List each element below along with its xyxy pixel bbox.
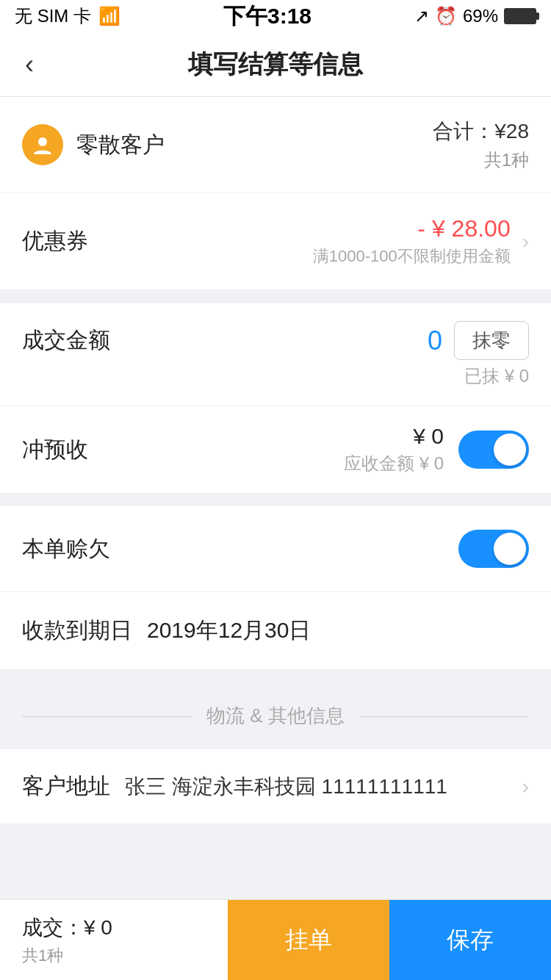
debt-toggle[interactable] [458, 530, 529, 568]
amount-right: 0 抹零 [428, 321, 529, 360]
precollect-toggle[interactable] [458, 430, 529, 469]
alarm-icon: ⏰ [435, 6, 457, 26]
section-divider-2 [0, 493, 551, 506]
coupon-row[interactable]: 优惠券 - ¥ 28.00 满1000-100不限制使用金额 › [0, 193, 551, 290]
coupon-discount: - ¥ 28.00 [313, 215, 511, 242]
precollect-values: ¥ 0 应收金额 ¥ 0 [344, 424, 444, 475]
page-title: 填写结算等信息 [188, 48, 363, 82]
transaction-section: 成交金额 0 抹零 已抹 ¥ 0 冲预收 ¥ 0 应收金额 ¥ 0 [0, 303, 551, 493]
amount-row: 成交金额 0 抹零 已抹 ¥ 0 [0, 303, 551, 406]
due-date-row[interactable]: 收款到期日 2019年12月30日 [0, 591, 551, 669]
nav-bar: ‹ 填写结算等信息 [0, 32, 551, 97]
bottom-transaction: 成交：¥ 0 [22, 914, 206, 942]
customer-row[interactable]: 零散客户 合计：¥28 共1种 [0, 97, 551, 193]
customer-count: 共1种 [433, 148, 529, 172]
customer-right: 合计：¥28 共1种 [433, 118, 529, 172]
coupon-value-block: - ¥ 28.00 满1000-100不限制使用金额 [313, 215, 511, 267]
debt-section: 本单赊欠 收款到期日 2019年12月30日 [0, 506, 551, 669]
address-chevron-icon: › [522, 775, 529, 799]
address-section: 客户地址 张三 海淀永丰科技园 11111111111 › [0, 749, 551, 824]
svg-point-0 [38, 137, 47, 146]
bottom-transaction-label: 成交： [22, 916, 84, 939]
debt-toggle-knob [494, 533, 526, 565]
precollect-right: ¥ 0 应收金额 ¥ 0 [344, 424, 529, 475]
bottom-bar: 成交：¥ 0 共1种 挂单 保存 [0, 899, 551, 980]
bottom-info: 成交：¥ 0 共1种 [0, 900, 228, 980]
due-date-value: 2019年12月30日 [147, 616, 311, 646]
coupon-section: 优惠券 - ¥ 28.00 满1000-100不限制使用金额 › [0, 193, 551, 290]
address-value: 张三 海淀永丰科技园 11111111111 [125, 773, 515, 801]
hang-button[interactable]: 挂单 [228, 900, 389, 980]
amount-sub: 已抹 ¥ 0 [22, 364, 529, 388]
customer-left: 零散客户 [22, 124, 165, 165]
section-divider-3 [0, 669, 551, 682]
precollect-sub-text: 应收金额 ¥ 0 [344, 452, 444, 475]
logistics-label: 物流 & 其他信息 [192, 703, 359, 729]
customer-name: 零散客户 [76, 130, 165, 160]
section-divider-1 [0, 290, 551, 303]
amount-label: 成交金额 [22, 325, 110, 356]
bottom-transaction-value: ¥ 0 [84, 916, 112, 939]
debt-row: 本单赊欠 [0, 506, 551, 591]
amount-value: 0 [428, 325, 442, 356]
customer-total: 合计：¥28 [433, 118, 529, 145]
save-button[interactable]: 保存 [389, 900, 551, 980]
location-icon: ↗ [414, 6, 429, 26]
address-row[interactable]: 客户地址 张三 海淀永丰科技园 11111111111 › [0, 749, 551, 824]
customer-section: 零散客户 合计：¥28 共1种 [0, 97, 551, 193]
coupon-label: 优惠券 [22, 226, 88, 256]
coupon-sub: 满1000-100不限制使用金额 [313, 245, 511, 267]
no-sim-text: 无 SIM 卡 [15, 4, 91, 28]
status-left: 无 SIM 卡 📶 [15, 4, 120, 28]
status-right: ↗ ⏰ 69% [414, 6, 536, 26]
precollect-label: 冲预收 [22, 435, 88, 465]
customer-avatar [22, 124, 63, 165]
address-label: 客户地址 [22, 771, 110, 801]
content: 零散客户 合计：¥28 共1种 优惠券 - ¥ 28.00 满1000-100不… [0, 97, 551, 971]
battery-text: 69% [463, 6, 498, 26]
due-date-label: 收款到期日 [22, 616, 132, 646]
battery-icon [504, 8, 536, 24]
precollect-toggle-knob [494, 433, 526, 466]
back-button[interactable]: ‹ [18, 42, 41, 87]
round-button[interactable]: 抹零 [454, 321, 529, 360]
coupon-chevron-icon: › [522, 230, 529, 253]
status-time: 下午3:18 [223, 1, 311, 32]
wifi-icon: 📶 [98, 6, 120, 26]
status-bar: 无 SIM 卡 📶 下午3:18 ↗ ⏰ 69% [0, 0, 551, 32]
bottom-count: 共1种 [22, 945, 206, 967]
debt-label: 本单赊欠 [22, 534, 110, 564]
amount-top: 成交金额 0 抹零 [22, 321, 529, 360]
logistics-section-header: 物流 & 其他信息 [0, 682, 551, 749]
coupon-right: - ¥ 28.00 满1000-100不限制使用金额 › [313, 215, 529, 267]
precollect-main-value: ¥ 0 [344, 424, 444, 449]
precollect-row: 冲预收 ¥ 0 应收金额 ¥ 0 [0, 406, 551, 493]
